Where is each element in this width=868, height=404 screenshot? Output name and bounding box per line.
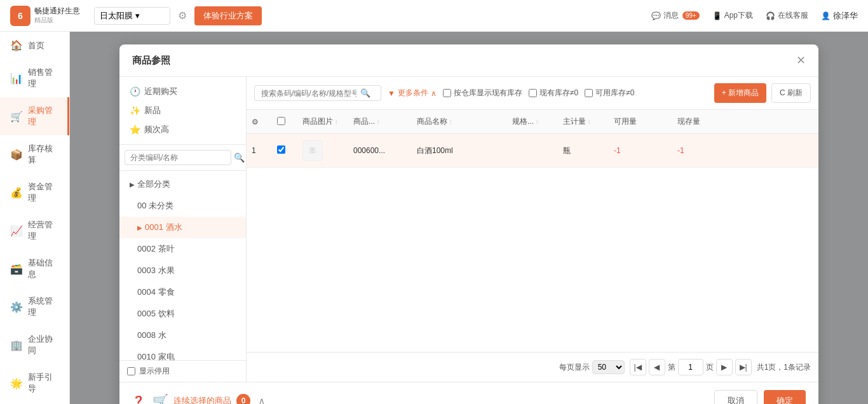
help-icon[interactable]: ❓ (132, 395, 145, 405)
cart-count-badge: 0 (236, 394, 250, 404)
sidebar-item-purchase[interactable]: 🛒 采购管理 (0, 97, 69, 135)
category-item-0008[interactable]: 0008 水 (119, 325, 246, 346)
col-name[interactable]: 商品名称 (412, 110, 507, 134)
sidebar-item-home[interactable]: 🏠 首页 (0, 32, 69, 59)
product-search-icon[interactable]: 🔍 (360, 88, 370, 98)
settings-icon[interactable]: ⚙ (178, 10, 187, 22)
app-download-nav-item[interactable]: 📱 App下载 (712, 10, 753, 21)
top-navigation: 6 畅捷通好生意 精品版 日太阳膜 ▾ ⚙ 体验行业方案 💬 消息 99+ 📱 … (0, 0, 868, 32)
first-page-button[interactable]: |◀ (630, 359, 646, 375)
collapse-filter-icon: ∧ (431, 89, 437, 98)
per-page-select[interactable]: 10 20 50 100 (592, 360, 625, 374)
category-item-0010[interactable]: 0010 家电 (119, 346, 246, 360)
sidebar-item-guide[interactable]: 🌟 新手引导 (0, 364, 69, 402)
sidebar-item-business[interactable]: 📈 经营管理 (0, 212, 69, 250)
checkbox-current-stock[interactable]: 现有库存≠0 (529, 88, 578, 98)
last-page-button[interactable]: ▶| (735, 359, 752, 375)
category-item-0005[interactable]: 0005 饮料 (119, 303, 246, 325)
cancel-button[interactable]: 取消 (714, 390, 757, 404)
product-search-input[interactable] (261, 89, 356, 98)
table-row[interactable]: 1 图 000600... 白酒100ml (247, 134, 818, 168)
current-stock-checkbox[interactable] (529, 89, 537, 97)
product-search-box: 🔍 (254, 85, 381, 101)
add-product-button[interactable]: + 新增商品 (714, 83, 766, 103)
col-checkbox (272, 110, 297, 134)
message-nav-item[interactable]: 💬 消息 99+ (651, 10, 700, 21)
trial-button[interactable]: 体验行业方案 (194, 6, 262, 25)
sidebar-item-sales[interactable]: 📊 销售管理 (0, 59, 69, 97)
col-unit[interactable]: 主计量 (558, 110, 609, 134)
row-unit: 瓶 (558, 134, 609, 168)
cart-collapse-icon[interactable]: ∧ (258, 395, 266, 405)
quick-tab-frequent[interactable]: ⭐ 频次高 (125, 120, 241, 139)
sidebar-item-enterprise[interactable]: 🏢 企业协同 (0, 326, 69, 364)
checkbox-available-stock[interactable]: 可用库存≠0 (585, 88, 634, 98)
message-label: 消息 (663, 10, 679, 21)
row-spec (507, 134, 558, 168)
checkbox-warehouse-stock[interactable]: 按仓库显示现有库存 (443, 88, 522, 98)
category-item-0003[interactable]: 0003 水果 (119, 260, 246, 281)
table-gear-icon[interactable]: ⚙ (252, 118, 259, 126)
sidebar-item-system[interactable]: ⚙️ 系统管理 (0, 288, 69, 326)
cart-area[interactable]: 🛒 连续选择的商品 0 ∧ (153, 393, 266, 404)
message-icon: 💬 (651, 11, 661, 20)
available-stock-checkbox[interactable] (585, 89, 593, 97)
col-image[interactable]: 商品图片 (297, 110, 348, 134)
sidebar-finance-label: 资金管理 (28, 181, 59, 204)
category-item-all[interactable]: ▶ 全部分类 (119, 173, 246, 195)
active-arrow-icon: ▶ (137, 224, 142, 231)
page-number-input[interactable] (678, 359, 703, 375)
filter-actions: + 新增商品 C 刷新 (714, 83, 811, 103)
row-checkbox[interactable] (277, 145, 285, 154)
sidebar-item-basic[interactable]: 🗃️ 基础信息 (0, 250, 69, 288)
sidebar-system-label: 系统管理 (28, 295, 59, 318)
modal-body: 🕐 近期购买 ✨ 新品 ⭐ 频次高 (119, 77, 818, 382)
sidebar-business-label: 经营管理 (28, 219, 59, 242)
store-selector[interactable]: 日太阳膜 ▾ (94, 7, 170, 25)
filter-icon: ▼ (388, 89, 395, 98)
filter-more-btn[interactable]: ▼ 更多条件 ∧ (388, 88, 437, 98)
category-item-0004[interactable]: 0004 零食 (119, 281, 246, 303)
table-header-row: ⚙ 商品图片 商品... 商品名称 规格... (247, 110, 818, 134)
purchase-icon: 🛒 (10, 111, 23, 123)
user-nav-item[interactable]: 👤 徐泽华 (821, 10, 858, 22)
cart-label: 连续选择的商品 (173, 395, 231, 404)
category-search-icon[interactable]: 🔍 (234, 152, 245, 163)
display-stopped-checkbox[interactable] (127, 367, 135, 375)
category-item-00[interactable]: 00 未分类 (119, 195, 246, 217)
sidebar-sales-label: 销售管理 (28, 67, 59, 90)
headset-icon: 🎧 (766, 11, 775, 20)
category-item-0002[interactable]: 0002 茶叶 (119, 238, 246, 260)
quick-tab-recent[interactable]: 🕐 近期购买 (125, 82, 241, 101)
refresh-button[interactable]: C 刷新 (771, 83, 811, 103)
prev-page-button[interactable]: ◀ (649, 359, 665, 375)
modal-close-button[interactable]: ✕ (796, 53, 806, 67)
confirm-button[interactable]: 确定 (764, 390, 806, 404)
col-spec[interactable]: 规格... (507, 110, 558, 134)
select-all-checkbox[interactable] (277, 117, 285, 125)
page-text: 第 (668, 362, 675, 373)
sidebar-item-finance[interactable]: 💰 资金管理 (0, 173, 69, 212)
online-service-nav-item[interactable]: 🎧 在线客服 (766, 10, 808, 21)
per-page-label: 每页显示 (559, 362, 590, 373)
sidebar-item-inventory[interactable]: 📦 库存核算 (0, 135, 69, 173)
category-search-area: 🔍 (119, 145, 246, 171)
category-item-0001[interactable]: ▶ 0001 酒水 (119, 217, 246, 238)
quick-tab-new[interactable]: ✨ 新品 (125, 101, 241, 120)
inventory-icon: 📦 (10, 149, 23, 161)
nav-right-area: 💬 消息 99+ 📱 App下载 🎧 在线客服 👤 徐泽华 (651, 10, 858, 22)
checkbox-available-label: 可用库存≠0 (595, 88, 634, 98)
next-page-button[interactable]: ▶ (716, 359, 733, 375)
user-avatar-icon: 👤 (821, 11, 831, 20)
checkbox-current-label: 现有库存≠0 (539, 88, 578, 98)
system-icon: ⚙️ (10, 301, 23, 313)
category-search-input[interactable] (125, 150, 231, 165)
col-available: 可用量 (609, 110, 672, 134)
sidebar-enterprise-label: 企业协同 (28, 333, 59, 356)
warehouse-stock-checkbox[interactable] (443, 89, 451, 97)
frequent-icon: ⭐ (130, 125, 140, 135)
filter-more-label: 更多条件 (398, 88, 428, 98)
col-code[interactable]: 商品... (348, 110, 412, 134)
quick-tab-new-label: 新品 (144, 105, 161, 116)
row-checkbox-cell (272, 134, 297, 168)
